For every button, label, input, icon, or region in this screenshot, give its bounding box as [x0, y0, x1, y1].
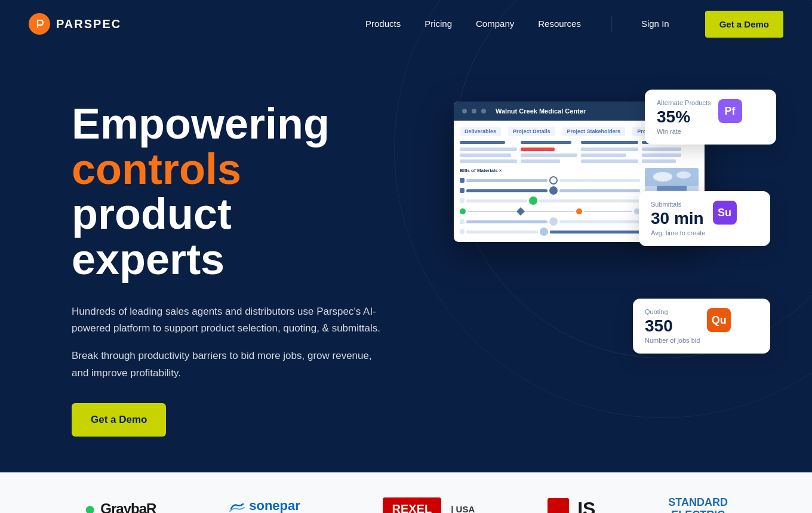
db-cell6 [521, 153, 578, 157]
logos-section: ● GraybaR sonepar Powered by Difference … [0, 472, 812, 513]
db-bom-cb1 [460, 178, 465, 183]
db-flow-line1 [467, 211, 516, 212]
db-bom-line10 [550, 231, 640, 234]
db-bom-r2 [460, 186, 640, 195]
nav-divider [611, 16, 611, 32]
db-dot2 [472, 109, 476, 113]
db-bom-c3 [529, 196, 537, 205]
hero-description2: Break through productivity barriers to b… [72, 348, 382, 381]
db-bom-c4 [549, 217, 558, 226]
db-bom-c2 [549, 186, 558, 195]
nav-pricing[interactable]: Pricing [425, 19, 452, 29]
db-row2 [460, 153, 699, 157]
db-bom-r3 [460, 196, 640, 205]
stat-submittals-value: 30 min [651, 210, 706, 227]
db-cell4 [642, 148, 682, 151]
db-cell7 [581, 153, 626, 157]
db-tab-deliverables[interactable]: Deliverables [460, 127, 501, 136]
db-bom-c1 [549, 176, 558, 185]
headline-line1: Empowering [72, 100, 330, 148]
db-bom-line4 [559, 189, 641, 192]
graybar-text: GraybaR [100, 500, 156, 513]
db-dot3 [481, 109, 486, 113]
db-table-left: Bills of Materials × [460, 168, 640, 236]
db-bom-label: Bills of Materials × [460, 168, 640, 173]
logo-link[interactable]: PARSPEC [29, 13, 121, 35]
headline-accent: controls [72, 145, 241, 193]
stat-alternate-sublabel: Win rate [657, 128, 711, 135]
db-bom-cb5 [460, 229, 465, 234]
standard-electric-text: STANDARDELECTRIC [668, 496, 728, 513]
db-r3c2 [521, 159, 561, 163]
hero-headline: Empowering controls product experts [72, 102, 430, 282]
stat-alternate-badge: Pf [718, 99, 742, 123]
rexel-box: REXEL [383, 497, 442, 513]
logo-standard-electric: STANDARDELECTRIC [668, 496, 728, 513]
db-tab-project[interactable]: Project Details [508, 127, 555, 136]
graybar-dot: ● [84, 499, 96, 513]
is-red-box [548, 498, 569, 513]
signin-link[interactable]: Sign In [641, 19, 669, 29]
stat-card-submittals-body: Submittals 30 min Avg. time to create [651, 201, 706, 236]
db-cell3 [581, 148, 638, 151]
db-cell8 [642, 153, 682, 157]
stat-submittals-sublabel: Avg. time to create [651, 229, 706, 236]
db-r3c1 [460, 159, 517, 163]
hero-left: Empowering controls product experts Hund… [72, 84, 430, 437]
db-bom-line5 [466, 199, 527, 202]
nav-links: Products Pricing Company Resources Sign … [365, 11, 783, 38]
hero-get-demo-button[interactable]: Get a Demo [72, 403, 166, 437]
stat-card-quoting-body: Quoting 350 Number of jobs bid [645, 308, 700, 344]
db-bom-r5 [460, 228, 640, 236]
nav-products[interactable]: Products [365, 19, 401, 29]
db-bom-line9 [466, 231, 538, 234]
db-dot1 [462, 109, 467, 113]
db-tab-stakeholders[interactable]: Project Stakeholders [562, 127, 626, 136]
db-bom-line1 [466, 179, 548, 182]
db-flow-diamond [516, 207, 525, 216]
logo-is: IS [548, 498, 595, 513]
nav-get-demo-button[interactable]: Get a Demo [705, 11, 783, 38]
nav-company[interactable]: Company [476, 19, 514, 29]
stat-quoting-sublabel: Number of jobs bid [645, 337, 700, 344]
svg-rect-3 [657, 186, 687, 191]
stat-card-alternate-body: Alternate Products 35% Win rate [657, 99, 711, 135]
db-bom-cb4 [460, 219, 465, 224]
stat-card-submittals: Submittals 30 min Avg. time to create Su [639, 191, 770, 246]
db-bom-line3 [466, 189, 548, 192]
brand-name: PARSPEC [56, 17, 121, 31]
nav-resources[interactable]: Resources [538, 19, 581, 29]
db-col3 [581, 141, 638, 144]
db-r3c4 [642, 159, 676, 163]
db-bom-line7 [466, 220, 548, 223]
db-cell2 [521, 148, 555, 151]
stat-alternate-label: Alternate Products [657, 99, 711, 106]
hero-description1: Hundreds of leading sales agents and dis… [72, 303, 382, 337]
db-r3c3 [581, 159, 638, 163]
svg-point-12 [653, 172, 672, 182]
stat-quoting-value: 350 [645, 318, 700, 334]
headline-line4: experts [72, 235, 224, 283]
db-cell1 [460, 148, 517, 151]
db-bom-line2 [559, 179, 641, 182]
db-flow [460, 208, 640, 214]
db-flow-line3 [584, 211, 632, 212]
navigation: PARSPEC Products Pricing Company Resourc… [0, 0, 812, 48]
db-bom-r1 [460, 176, 640, 185]
db-flow-dot [460, 208, 466, 214]
logo-sonepar: sonepar Powered by Difference [229, 499, 309, 513]
db-bom-line6 [539, 199, 640, 202]
sonepar-icon [229, 503, 245, 513]
stat-submittals-label: Submittals [651, 201, 706, 208]
sonepar-name: sonepar [249, 499, 309, 512]
is-text: IS [577, 498, 595, 513]
stat-card-alternate: Alternate Products 35% Win rate Pf [645, 90, 776, 145]
db-project-name: Walnut Creek Medical Center [496, 107, 586, 115]
stat-submittals-badge: Su [713, 201, 737, 225]
hero-section: Empowering controls product experts Hund… [0, 0, 812, 472]
rexel-usa: | USA [451, 504, 475, 513]
db-bom-line8 [559, 220, 641, 223]
db-flow-circle2 [576, 208, 582, 214]
db-bom-r4 [460, 217, 640, 226]
db-bom-cb3 [460, 198, 465, 203]
